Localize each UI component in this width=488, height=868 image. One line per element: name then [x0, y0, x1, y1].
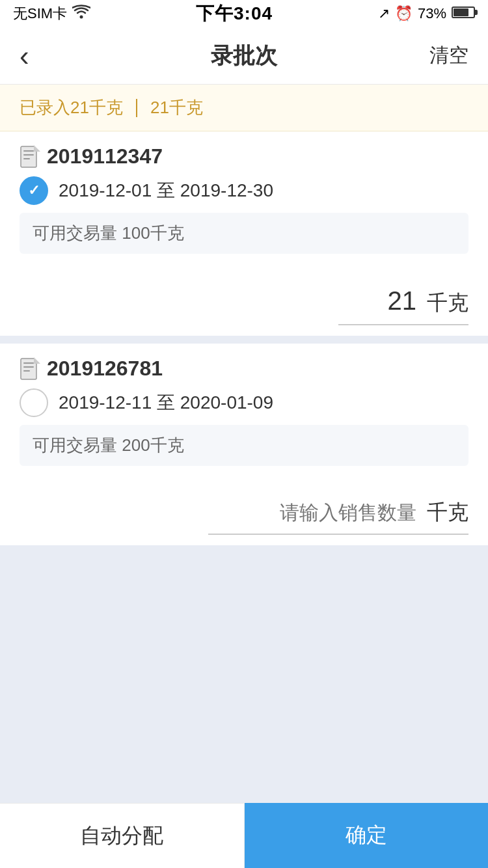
batch2-available: 可用交易量 200千克: [20, 425, 468, 466]
batch1-id: 2019112347: [47, 144, 163, 169]
batch1-underline: [338, 324, 468, 325]
carrier-text: 无SIM卡: [13, 4, 67, 23]
doc-icon-1: [20, 145, 40, 169]
status-left: 无SIM卡: [13, 4, 90, 23]
alarm-icon: ⏰: [395, 5, 413, 22]
batch2-header: 2019126781: [20, 357, 468, 381]
confirm-button[interactable]: 确定: [245, 803, 489, 868]
doc-icon-2: [20, 357, 40, 381]
svg-rect-9: [23, 370, 30, 372]
batch1-amount-row: 21 千克: [20, 280, 468, 324]
batch1-card: 2019112347 2019-12-01 至 2019-12-30 可用交易量…: [0, 131, 488, 273]
svg-rect-4: [23, 158, 30, 159]
status-bar: 无SIM卡 下午3:04 ↗ ⏰ 73%: [0, 0, 488, 27]
svg-rect-3: [23, 154, 34, 156]
time-display: 下午3:04: [196, 1, 273, 26]
batch1-amount-section: 21 千克: [0, 273, 488, 336]
wifi-icon: [72, 5, 90, 23]
batch2-id: 2019126781: [47, 357, 163, 381]
svg-point-0: [80, 16, 83, 19]
batch1-date-range: 2019-12-01 至 2019-12-30: [59, 178, 273, 203]
back-button[interactable]: ‹: [20, 40, 59, 72]
batch2-underline: [208, 534, 468, 535]
svg-rect-2: [23, 150, 34, 152]
nav-bar: ‹ 录批次 清空: [0, 27, 488, 85]
info-banner-value: 21千克: [150, 96, 203, 119]
batch1-date-row: 2019-12-01 至 2019-12-30: [20, 176, 468, 205]
batch2-date-row: 2019-12-11 至 2020-01-09: [20, 388, 468, 417]
svg-rect-7: [23, 362, 34, 364]
batch1-header: 2019112347: [20, 144, 468, 169]
info-banner-label: 已录入21千克: [20, 96, 123, 119]
batch2-radio[interactable]: [20, 388, 48, 417]
batch1-available: 可用交易量 100千克: [20, 213, 468, 254]
batch2-card: 2019126781 2019-12-11 至 2020-01-09 可用交易量…: [0, 344, 488, 485]
bottom-bar: 自动分配 确定: [0, 803, 488, 868]
auto-distribute-button[interactable]: 自动分配: [0, 803, 245, 868]
separator-1: [0, 336, 488, 344]
battery-icon: [452, 5, 475, 22]
batch2-input-section: 千克: [0, 485, 488, 545]
info-banner-divider: [136, 99, 137, 117]
batch2-date-range: 2019-12-11 至 2020-01-09: [59, 390, 273, 415]
batch1-radio[interactable]: [20, 176, 48, 205]
info-banner: 已录入21千克 21千克: [0, 85, 488, 131]
batch2-input-row: 千克: [20, 492, 468, 534]
empty-area: [0, 545, 488, 832]
batch1-amount-unit: 千克: [427, 289, 468, 318]
clear-button[interactable]: 清空: [429, 42, 468, 69]
content-wrapper: 2019112347 2019-12-01 至 2019-12-30 可用交易量…: [0, 131, 488, 868]
location-icon: ↗: [378, 5, 390, 22]
svg-rect-8: [23, 366, 34, 368]
status-right: ↗ ⏰ 73%: [378, 5, 475, 22]
battery-percent: 73%: [418, 5, 446, 22]
batch2-input-unit: 千克: [427, 498, 468, 527]
batch2-quantity-input[interactable]: [221, 502, 416, 524]
batch1-amount-value: 21: [388, 286, 417, 316]
page-title: 录批次: [211, 41, 277, 71]
